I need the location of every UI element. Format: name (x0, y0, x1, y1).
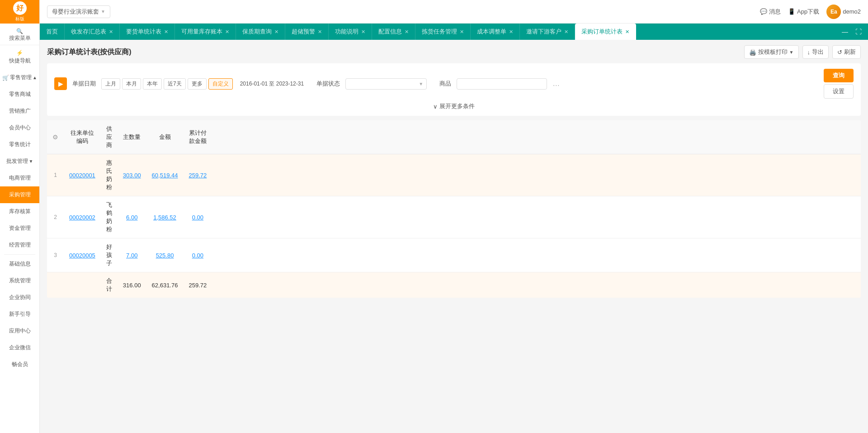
sidebar-item-search[interactable]: 🔍 搜索菜单 (0, 24, 39, 45)
refresh-button[interactable]: ↺ 刷新 (832, 45, 861, 59)
tab-stock-ledger[interactable]: 可用量库存账本 ✕ (175, 24, 236, 40)
row-amount-2[interactable]: 1,586.52 (146, 196, 184, 238)
th-empty (212, 120, 861, 154)
row-empty-2 (212, 196, 861, 238)
sidebar-item-operations[interactable]: 经营管理 (0, 237, 39, 253)
tab-purchase-order-stat-close[interactable]: ✕ (625, 29, 629, 35)
table-settings-icon[interactable]: ⚙ (52, 133, 58, 141)
goods-more-icon[interactable]: … (552, 80, 560, 88)
tab-function-close[interactable]: ✕ (361, 29, 365, 35)
sidebar-item-purchase[interactable]: 采购管理 (0, 186, 39, 203)
sidebar-item-ecommerce[interactable]: 电商管理 (0, 170, 39, 186)
filter-toggle-icon: ▶ (58, 80, 63, 87)
footer-amount: 62,631.76 (146, 272, 184, 298)
row-paid-3[interactable]: 0.00 (183, 238, 212, 272)
tab-function[interactable]: 功能说明 ✕ (329, 24, 372, 40)
date-range-display: 2016-01-01 至 2023-12-31 (240, 80, 304, 88)
sidebar-item-retail-stats[interactable]: 零售统计 (0, 136, 39, 153)
tab-warranty-close[interactable]: ✕ (274, 29, 278, 35)
sidebar-item-app-center[interactable]: 应用中心 (0, 323, 39, 339)
print-label: 按模板打印 (758, 48, 788, 56)
app-icon: 📱 (788, 8, 795, 15)
th-amount: 金额 (146, 120, 184, 154)
tab-home[interactable]: 首页 (40, 24, 65, 40)
sidebar-item-basics[interactable]: 基础信息 (0, 256, 39, 272)
tab-collection[interactable]: 收发存汇总表 ✕ (65, 24, 120, 40)
tab-purchase-stat-close[interactable]: ✕ (164, 29, 168, 35)
query-button[interactable]: 查询 (824, 69, 854, 82)
date-shortcut-last-month[interactable]: 上月 (101, 78, 120, 90)
date-shortcut-more[interactable]: 更多 (188, 78, 207, 90)
retail-mall-label: 零售商城 (9, 90, 31, 98)
sidebar-item-marketing[interactable]: 营销推广 (0, 103, 39, 119)
date-shortcut-this-year[interactable]: 本年 (143, 78, 162, 90)
tab-stock-ledger-close[interactable]: ✕ (225, 29, 229, 35)
user-action[interactable]: Ea demo2 (826, 5, 861, 19)
sidebar-item-retail[interactable]: 🛒 零售管理 ▲ (0, 69, 39, 86)
status-select[interactable] (345, 78, 427, 90)
date-custom-btn[interactable]: 自定义 (208, 78, 233, 90)
print-button[interactable]: 🖨️ 按模板打印 ▼ (744, 45, 799, 59)
sidebar-item-members[interactable]: 会员中心 (0, 119, 39, 136)
date-shortcut-7days[interactable]: 近7天 (164, 78, 186, 90)
tab-task-close[interactable]: ✕ (460, 29, 464, 35)
row-amount-3[interactable]: 525.80 (146, 238, 184, 272)
sidebar-item-newbie[interactable]: 新手引导 (0, 306, 39, 323)
tab-minimize-btn[interactable]: — (839, 26, 851, 37)
message-action[interactable]: 💬 消息 (760, 8, 781, 16)
tab-collection-close[interactable]: ✕ (109, 29, 113, 35)
row-code-2[interactable]: 00020002 (64, 196, 101, 238)
sidebar-item-enterprise[interactable]: 企业协同 (0, 289, 39, 306)
tab-cost[interactable]: 成本调整单 ✕ (471, 24, 520, 40)
tab-config-close[interactable]: ✕ (405, 29, 409, 35)
tab-task-label: 拣货任务管理 (422, 28, 457, 36)
tab-config[interactable]: 配置信息 ✕ (372, 24, 415, 40)
sidebar-item-finance[interactable]: 资金管理 (0, 220, 39, 237)
settings-button[interactable]: 设置 (824, 84, 854, 99)
table-footer-row: 合计 316.00 62,631.76 259.72 (47, 272, 861, 298)
tab-purchase-order-stat[interactable]: 采购订单统计表 ✕ (575, 24, 636, 40)
quick-nav-icon: ⚡ (16, 50, 23, 56)
row-code-1[interactable]: 00020001 (64, 154, 101, 196)
tab-cost-close[interactable]: ✕ (509, 29, 513, 35)
row-amount-1[interactable]: 60,519.44 (146, 154, 184, 196)
sidebar-item-wholesale[interactable]: 批发管理 ▼ (0, 153, 39, 170)
account-dropdown[interactable]: 母婴行业演示账套 ▼ (47, 5, 110, 18)
tab-maximize-btn[interactable]: ⛶ (853, 26, 864, 37)
row-paid-2[interactable]: 0.00 (183, 196, 212, 238)
members-label: 会员中心 (9, 124, 31, 132)
account-name: 母婴行业演示账套 (52, 8, 99, 16)
row-qty-2[interactable]: 6.00 (118, 196, 146, 238)
logo[interactable]: 好 标版 (0, 0, 40, 24)
tab-overstock[interactable]: 超储预警 ✕ (285, 24, 329, 40)
sidebar-item-members2[interactable]: 畅会员 (0, 356, 39, 373)
row-code-3[interactable]: 00020005 (64, 238, 101, 272)
row-qty-3[interactable]: 7.00 (118, 238, 146, 272)
sidebar-item-retail-mall[interactable]: 零售商城 (0, 86, 39, 103)
app-download-action[interactable]: 📱 App下载 (788, 8, 819, 16)
filter-toggle[interactable]: ▶ (54, 77, 67, 90)
row-qty-1[interactable]: 303.00 (118, 154, 146, 196)
tab-warranty[interactable]: 保质期查询 ✕ (236, 24, 285, 40)
sidebar-item-inventory[interactable]: 库存核算 (0, 203, 39, 220)
row-paid-1[interactable]: 259.72 (183, 154, 212, 196)
tab-task[interactable]: 拣货任务管理 ✕ (415, 24, 471, 40)
export-button[interactable]: ↓ 导出 (802, 45, 829, 59)
tab-purchase-stat[interactable]: 要货单统计表 ✕ (120, 24, 175, 40)
message-label: 消息 (769, 8, 781, 16)
wholesale-label: 批发管理 (6, 157, 28, 165)
sidebar-item-wechat[interactable]: 企业微信 (0, 339, 39, 356)
tab-overstock-close[interactable]: ✕ (318, 29, 322, 35)
tab-invite[interactable]: 邀请下游客户 ✕ (520, 24, 575, 40)
logo-icon: 好 (13, 1, 27, 15)
tab-invite-close[interactable]: ✕ (564, 29, 568, 35)
goods-input[interactable] (457, 78, 547, 90)
date-shortcut-this-month[interactable]: 本月 (122, 78, 141, 90)
top-bar: 母婴行业演示账套 ▼ 💬 消息 📱 App下载 Ea demo2 (40, 0, 868, 24)
retail-stats-label: 零售统计 (9, 141, 31, 148)
row-index-1: 1 (47, 154, 64, 196)
dropdown-icon: ▼ (101, 9, 105, 14)
expand-more-btn[interactable]: ∨ 展开更多条件 (54, 102, 854, 110)
sidebar-item-quick-nav[interactable]: ⚡ 快捷导航 (0, 45, 39, 69)
sidebar-item-system[interactable]: 系统管理 (0, 272, 39, 289)
